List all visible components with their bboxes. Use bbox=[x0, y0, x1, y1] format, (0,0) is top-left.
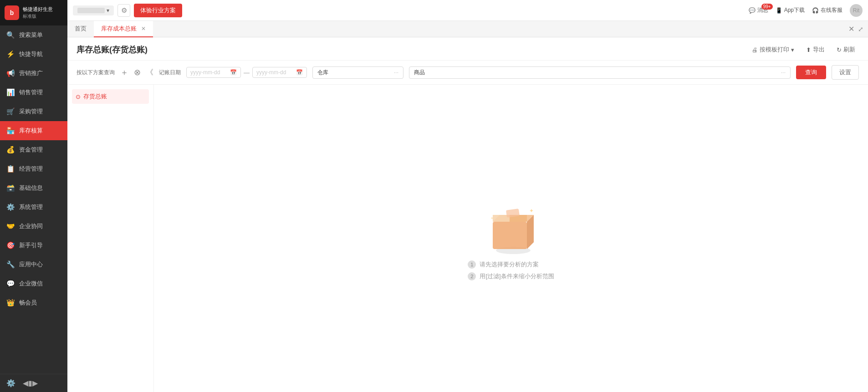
sidebar-item-inventory[interactable]: 🏪 库存核算 bbox=[0, 121, 67, 140]
delete-scheme-button[interactable]: ⊗ bbox=[134, 67, 141, 77]
trial-industry-button[interactable]: 体验行业方案 bbox=[134, 4, 182, 17]
sidebar-item-finance[interactable]: 💰 资金管理 bbox=[0, 140, 67, 159]
panel-expand-button[interactable]: ⤢ bbox=[858, 25, 863, 33]
tab-inventory-ledger-label: 库存成本总账 bbox=[101, 25, 137, 32]
scheme-item-label: 存货总账 bbox=[83, 92, 107, 101]
topbar-left: ▾ ⚙ 体验行业方案 bbox=[73, 4, 744, 17]
user-profile[interactable]: Rit bbox=[850, 4, 863, 17]
date-end-input[interactable]: yyyy-mm-dd 📅 bbox=[252, 67, 307, 78]
topbar-right: 💬 消息 99+ 📱 App下载 🎧 在线客服 Rit bbox=[749, 4, 863, 17]
sidebar-label-sales: 销售管理 bbox=[19, 88, 43, 97]
sidebar-label-search: 搜索菜单 bbox=[19, 31, 43, 39]
appcenter-icon: 🔧 bbox=[6, 260, 15, 269]
svg-text:✦: ✦ bbox=[490, 216, 494, 220]
app-download-button[interactable]: 📱 App下载 bbox=[776, 6, 805, 14]
sidebar-item-member[interactable]: 👑 畅会员 bbox=[0, 293, 67, 312]
date-end-placeholder: yyyy-mm-dd bbox=[256, 69, 286, 76]
workspace-selector[interactable]: ▾ bbox=[73, 5, 114, 15]
print-label: 按模板打印 bbox=[760, 46, 789, 54]
refresh-button[interactable]: ↻ 刷新 bbox=[833, 44, 859, 56]
sidebar-label-operation: 经营管理 bbox=[19, 165, 43, 173]
message-button[interactable]: 💬 消息 99+ bbox=[749, 6, 768, 14]
svg-text:✦: ✦ bbox=[529, 208, 534, 214]
hint-number-1: 1 bbox=[468, 260, 476, 269]
date-start-input[interactable]: yyyy-mm-dd 📅 bbox=[186, 67, 241, 78]
tab-home[interactable]: 首页 bbox=[67, 21, 94, 37]
purchase-icon: 🛒 bbox=[6, 107, 15, 116]
refresh-label: 刷新 bbox=[843, 46, 855, 54]
sidebar-item-purchase[interactable]: 🛒 采购管理 bbox=[0, 102, 67, 121]
inventory-icon: 🏪 bbox=[6, 127, 15, 135]
print-template-button[interactable]: 🖨 按模板打印 ▾ bbox=[748, 44, 798, 56]
settings-button[interactable]: 设置 bbox=[832, 65, 859, 80]
query-button[interactable]: 查询 bbox=[796, 66, 826, 79]
message-icon: 💬 bbox=[749, 7, 756, 14]
system-icon: ⚙️ bbox=[6, 203, 15, 211]
settings-footer-icon[interactable]: ⚙️ bbox=[6, 379, 15, 387]
phone-icon: 📱 bbox=[776, 7, 782, 14]
printer-icon: 🖨 bbox=[752, 46, 758, 53]
basic-icon: 🗃️ bbox=[6, 184, 15, 192]
header-actions: 🖨 按模板打印 ▾ ⬆ 导出 ↻ 刷新 bbox=[748, 44, 859, 56]
sidebar-label-appcenter: 应用中心 bbox=[19, 260, 43, 269]
date-separator: — bbox=[244, 69, 250, 76]
gear-button[interactable]: ⚙ bbox=[117, 4, 130, 17]
sidebar-nav: 🔍 搜索菜单 ⚡ 快捷导航 📢 营销推广 📊 销售管理 🛒 采购管理 🏪 库存核… bbox=[0, 25, 67, 374]
collapse-scheme-button[interactable]: 《 bbox=[146, 68, 153, 77]
chevron-down-icon: ▾ bbox=[107, 7, 109, 14]
sidebar-item-basic[interactable]: 🗃️ 基础信息 bbox=[0, 178, 67, 198]
sidebar-item-shortcut[interactable]: ⚡ 快捷导航 bbox=[0, 45, 67, 64]
sidebar-item-sales[interactable]: 📊 销售管理 bbox=[0, 83, 67, 102]
sidebar-label-cooperation: 企业协同 bbox=[19, 222, 43, 230]
headset-icon: 🎧 bbox=[812, 7, 819, 14]
main-content: ▾ ⚙ 体验行业方案 💬 消息 99+ 📱 App下载 🎧 在线客服 Rit bbox=[67, 0, 868, 392]
product-filter[interactable]: 商品 ··· bbox=[409, 66, 791, 79]
logo-icon: b bbox=[5, 5, 19, 20]
sidebar-item-marketing[interactable]: 📢 营销推广 bbox=[0, 64, 67, 83]
page-content-area: 库存总账(存货总账) 🖨 按模板打印 ▾ ⬆ 导出 ↻ 刷新 按以下方案查询 bbox=[67, 37, 868, 392]
tab-inventory-ledger[interactable]: 库存成本总账 ✕ bbox=[94, 21, 153, 37]
date-label: 记账日期 bbox=[159, 69, 181, 76]
collapse-icon: 《 bbox=[146, 68, 153, 77]
scheme-panel: ⊙ 存货总账 bbox=[67, 85, 868, 392]
refresh-icon: ↻ bbox=[837, 46, 842, 53]
print-dropdown-icon: ▾ bbox=[791, 46, 794, 53]
sidebar-item-search[interactable]: 🔍 搜索菜单 bbox=[0, 25, 67, 45]
sidebar-label-marketing: 营销推广 bbox=[19, 69, 43, 77]
collapse-icon[interactable]: ◀▮▶ bbox=[23, 379, 38, 387]
plus-icon: ＋ bbox=[120, 67, 128, 78]
panel-close-button[interactable]: ✕ bbox=[848, 25, 854, 33]
tab-close-icon[interactable]: ✕ bbox=[141, 25, 146, 32]
empty-hint-2: 2 用[过滤]条件来缩小分析范围 bbox=[468, 272, 554, 280]
topbar: ▾ ⚙ 体验行业方案 💬 消息 99+ 📱 App下载 🎧 在线客服 Rit bbox=[67, 0, 868, 21]
scheme-item-inventory-ledger[interactable]: ⊙ 存货总账 bbox=[72, 89, 149, 104]
logo-text-group: 畅捷通好生意 标准版 bbox=[23, 6, 53, 19]
app-name: 畅捷通好生意 bbox=[23, 6, 53, 13]
online-service-button[interactable]: 🎧 在线客服 bbox=[812, 6, 842, 14]
date-start-placeholder: yyyy-mm-dd bbox=[190, 69, 220, 76]
empty-box-svg: ✦ ✦ bbox=[484, 197, 543, 256]
app-download-label: App下载 bbox=[784, 6, 805, 14]
product-more-icon: ··· bbox=[781, 69, 786, 76]
sidebar-item-appcenter[interactable]: 🔧 应用中心 bbox=[0, 255, 67, 274]
warehouse-filter[interactable]: 仓库 ··· bbox=[312, 66, 403, 79]
sidebar-item-system[interactable]: ⚙️ 系统管理 bbox=[0, 198, 67, 217]
sidebar-item-cooperation[interactable]: 🤝 企业协同 bbox=[0, 217, 67, 236]
export-label: 导出 bbox=[813, 46, 825, 54]
sidebar-label-wechat: 企业微信 bbox=[19, 280, 43, 288]
sidebar-footer: ⚙️ ◀▮▶ bbox=[0, 374, 67, 392]
sidebar-label-finance: 资金管理 bbox=[19, 146, 43, 154]
finance-icon: 💰 bbox=[6, 146, 15, 154]
guide-icon: 🎯 bbox=[6, 241, 15, 249]
sidebar-item-wechat[interactable]: 💬 企业微信 bbox=[0, 274, 67, 293]
export-button[interactable]: ⬆ 导出 bbox=[802, 44, 828, 56]
hint-number-2: 2 bbox=[468, 272, 476, 280]
add-scheme-button[interactable]: ＋ bbox=[120, 67, 128, 78]
sidebar-label-purchase: 采购管理 bbox=[19, 107, 43, 116]
date-range-picker: yyyy-mm-dd 📅 — yyyy-mm-dd 📅 bbox=[186, 67, 307, 78]
sidebar-item-operation[interactable]: 📋 经营管理 bbox=[0, 159, 67, 178]
tab-home-label: 首页 bbox=[75, 25, 87, 32]
sidebar-item-guide[interactable]: 🎯 新手引导 bbox=[0, 236, 67, 255]
sidebar-label-guide: 新手引导 bbox=[19, 241, 43, 249]
tab-bar: 首页 库存成本总账 ✕ ✕ ⤢ bbox=[67, 21, 868, 37]
